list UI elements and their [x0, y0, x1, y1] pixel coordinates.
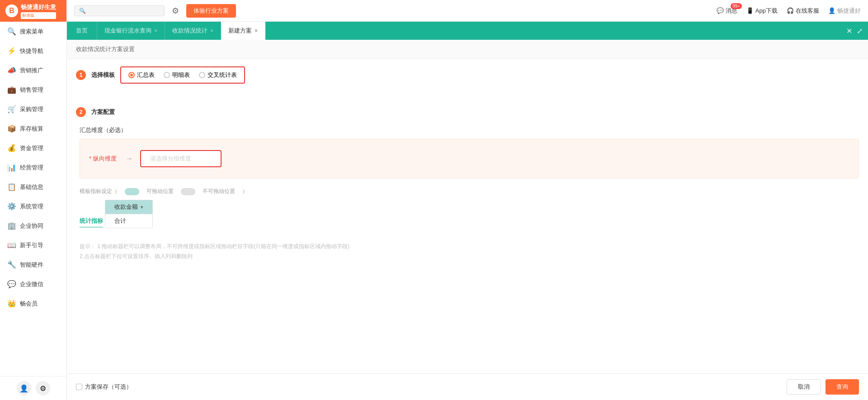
cancel-button[interactable]: 取消	[787, 379, 821, 395]
tab-expand-icon[interactable]: ⤢	[857, 27, 863, 35]
user-info: 👤 畅捷通好	[828, 7, 861, 15]
guide-icon: 📖	[7, 241, 16, 249]
header-search-bar[interactable]: 🔍	[74, 5, 165, 16]
collab-icon: 🏢	[7, 221, 16, 230]
support-label: 在线客服	[796, 7, 819, 15]
gear-icon[interactable]: ⚙	[172, 6, 179, 16]
message-badge: 99+	[731, 3, 742, 9]
tab-new-plan-close[interactable]: ×	[255, 28, 258, 34]
sales-icon: 💼	[7, 85, 16, 94]
indicator-table: 收款金额 ▾ 合计	[105, 200, 153, 228]
movable-hint-row: 模板指标设定（ 可拖动位置 不可拖动位置 ）	[80, 188, 859, 195]
message-button[interactable]: 💬 消息 99+	[717, 7, 737, 15]
tab-home-label: 首页	[76, 27, 88, 35]
indicator-label: 统计指标	[80, 217, 103, 227]
sidebar-item-purchase[interactable]: 🛒 采购管理	[0, 99, 66, 119]
sidebar-item-label: 资金管理	[20, 144, 43, 152]
radio-summary-label: 汇总表	[137, 71, 155, 79]
tab-new-plan[interactable]: 新建方案 ×	[221, 22, 265, 40]
dimension-row-label: * 纵向维度	[89, 155, 117, 163]
tab-bar-right: ✕ ⤢	[841, 22, 868, 40]
page-container: 收款情况统计方案设置 1 选择模板 汇总表	[67, 40, 868, 373]
indicator-settings-label: 模板指标设定（	[80, 188, 118, 195]
chevron-down-icon: ▾	[141, 204, 143, 210]
sidebar-item-management[interactable]: 📊 经营管理	[0, 158, 66, 177]
tab-collection-stats-close[interactable]: ×	[210, 28, 213, 34]
sidebar-item-member[interactable]: 👑 畅会员	[0, 294, 66, 313]
settings-close-paren: ）	[242, 188, 248, 195]
tips-section: 提示： 1.拖动标题栏可以调整布局，不可跨维度或指标区域拖动栏目字段(只能在同一…	[80, 238, 859, 265]
step1-title: 选择模板	[91, 71, 115, 79]
sidebar-item-system[interactable]: ⚙️ 系统管理	[0, 197, 66, 216]
step1-badge: 1	[76, 70, 86, 80]
save-option: 方案保存（可选）	[76, 383, 132, 391]
breadcrumb-text: 收款情况统计方案设置	[76, 46, 135, 52]
step2-section: 2 方案配置 汇总维度（必选） * 纵向维度 → 请选择分组维度	[67, 100, 868, 272]
trial-button[interactable]: 体验行业方案	[186, 4, 236, 18]
sidebar-item-finance[interactable]: 💰 资金管理	[0, 138, 66, 158]
search-icon: 🔍	[7, 27, 16, 36]
radio-summary-circle	[128, 72, 135, 78]
movable-badge	[125, 188, 139, 195]
sidebar-item-collab[interactable]: 🏢 企业协同	[0, 216, 66, 235]
message-icon: 💬	[717, 7, 724, 14]
sidebar-item-sales[interactable]: 💼 销售管理	[0, 80, 66, 99]
template-option-summary[interactable]: 汇总表	[128, 71, 155, 79]
online-support-link[interactable]: 🎧 在线客服	[787, 7, 819, 15]
tab-close-all-icon[interactable]: ✕	[846, 27, 852, 35]
sidebar-avatar-btn[interactable]: 👤	[17, 381, 31, 395]
fixed-badge	[181, 188, 195, 195]
template-option-cross[interactable]: 交叉统计表	[199, 71, 237, 79]
management-icon: 📊	[7, 163, 16, 172]
dimension-section-title: 汇总维度（必选）	[80, 126, 859, 134]
sidebar-item-label: 智能硬件	[20, 261, 43, 269]
tab-collection-stats[interactable]: 收款情况统计 ×	[165, 22, 221, 40]
sidebar-item-quicknav[interactable]: ⚡ 快捷导航	[0, 41, 66, 61]
step2-title: 方案配置	[91, 108, 115, 116]
sidebar-item-hardware[interactable]: 🔧 智能硬件	[0, 255, 66, 274]
indicator-col-header-text: 收款金额	[114, 203, 138, 211]
sidebar-item-label: 搜索菜单	[20, 28, 43, 36]
sidebar-item-label: 销售管理	[20, 86, 43, 94]
indicator-col-header[interactable]: 收款金额 ▾	[105, 200, 152, 214]
sidebar-item-label: 采购管理	[20, 105, 43, 113]
tab-cash-flow[interactable]: 现金银行流水查询 ×	[97, 22, 165, 40]
wechat-icon: 💬	[7, 280, 16, 288]
step2-row: 2 方案配置	[76, 107, 859, 117]
sidebar-item-label: 新手引导	[20, 241, 43, 249]
dimension-area: * 纵向维度 → 请选择分组维度	[80, 139, 859, 179]
template-option-detail[interactable]: 明细表	[164, 71, 190, 79]
bottom-bar: 方案保存（可选） 取消 查询	[67, 373, 868, 400]
template-select-box: 汇总表 明细表 交叉统计表	[120, 66, 245, 84]
query-button[interactable]: 查询	[826, 379, 859, 395]
radio-cross-circle	[199, 72, 205, 78]
app-download-link[interactable]: 📱 App下载	[746, 7, 778, 15]
system-icon: ⚙️	[7, 202, 16, 211]
tab-home[interactable]: 首页	[67, 22, 97, 40]
indicator-table-area: 统计指标 收款金额 ▾ 合计	[80, 200, 859, 231]
sidebar-item-inventory[interactable]: 📦 库存核算	[0, 119, 66, 138]
tab-new-plan-label: 新建方案	[228, 27, 252, 35]
sidebar-item-label: 系统管理	[20, 202, 43, 211]
step1-row: 1 选择模板 汇总表 明细表	[76, 66, 859, 84]
sidebar-bottom: 👤 ⚙	[0, 376, 66, 400]
save-checkbox[interactable]	[76, 384, 82, 390]
dimension-select-field[interactable]: 请选择分组维度	[140, 150, 222, 167]
sidebar-item-guide[interactable]: 📖 新手引导	[0, 235, 66, 255]
tip-line-1: 提示： 1.拖动标题栏可以调整布局，不可跨维度或指标区域拖动栏目字段(只能在同一…	[80, 242, 859, 252]
sidebar-item-search[interactable]: 🔍 搜索菜单	[0, 22, 66, 41]
header-right: 💬 消息 99+ 📱 App下载 🎧 在线客服 👤 畅捷通好	[717, 7, 861, 15]
tab-cash-flow-close[interactable]: ×	[154, 28, 157, 34]
lightning-icon: ⚡	[7, 47, 16, 55]
dimension-placeholder: 请选择分组维度	[150, 155, 191, 162]
sidebar-item-basics[interactable]: 📋 基础信息	[0, 177, 66, 197]
movable-label: 可拖动位置	[146, 188, 174, 195]
basics-icon: 📋	[7, 183, 16, 191]
radio-detail-label: 明细表	[172, 71, 190, 79]
sidebar-item-wechat[interactable]: 💬 企业微信	[0, 274, 66, 294]
search-input[interactable]	[89, 8, 156, 14]
sidebar-item-marketing[interactable]: 📣 营销推广	[0, 61, 66, 80]
sidebar-settings-btn[interactable]: ⚙	[36, 381, 50, 395]
search-bar-icon: 🔍	[79, 8, 86, 14]
sidebar-item-label: 企业协同	[20, 222, 43, 230]
